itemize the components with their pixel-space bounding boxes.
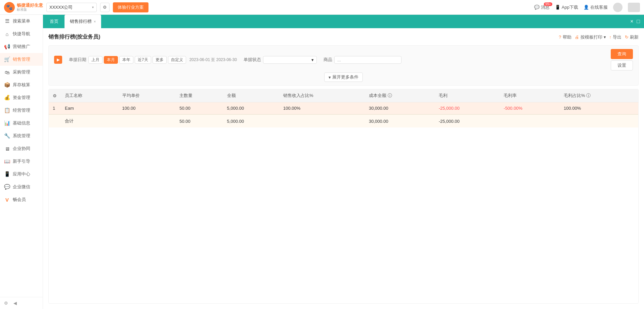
footer-qty: 50.00	[175, 114, 223, 127]
avatar[interactable]	[613, 3, 622, 12]
date-btn-prev-month[interactable]: 上月	[88, 56, 102, 64]
table-footer-row: 合计 50.00 5,000.00 30,000.00 -25,000.00	[49, 114, 638, 127]
trial-button[interactable]: 体验行业方案	[113, 2, 148, 12]
row-rank: 1	[49, 102, 61, 115]
sidebar-item-inventory[interactable]: 📦 库存核算	[0, 79, 43, 91]
sidebar-item-enterprise-wechat[interactable]: 💬 企业微信	[0, 181, 43, 193]
row-cost: 30,000.00	[365, 102, 435, 115]
export-label: 导出	[613, 34, 621, 40]
date-btn-current-year[interactable]: 本年	[119, 56, 133, 64]
expand-more-button[interactable]: ▾ 展开更多条件	[324, 72, 363, 82]
sidebar-item-sales[interactable]: 🛒 销售管理	[0, 53, 43, 66]
user-name-area[interactable]	[628, 3, 640, 12]
tab-sales-rank[interactable]: 销售排行榜 ×	[65, 15, 101, 28]
th-total: 全额	[223, 89, 279, 102]
th-gross-pct: 毛利占比% ⓘ	[560, 89, 638, 102]
sidebar-bottom: ⚙ ◀	[0, 297, 43, 309]
page-header: 销售排行榜(按业务员) ? 帮助 🖨 按模板打印 ▾ ↑	[48, 34, 639, 41]
export-button[interactable]: ↑ 导出	[609, 34, 622, 40]
chevron-down-icon: ▾	[92, 5, 94, 9]
goods-select[interactable]: ...	[334, 56, 401, 64]
row-total: 5,000.00	[223, 102, 279, 115]
footer-gross-pct	[560, 114, 638, 127]
sidebar-label-enterprise-wechat: 企业微信	[13, 184, 30, 190]
sidebar-label-app-center: 应用中心	[13, 171, 30, 177]
refresh-label: 刷新	[630, 34, 639, 40]
tab-home[interactable]: 首页	[44, 15, 64, 28]
system-icon: 🔧	[4, 133, 10, 139]
company-selector[interactable]: XXXXX公司 ▾	[46, 3, 97, 12]
date-btn-current-month[interactable]: 本月	[104, 56, 118, 64]
logo-area: 🐾 畅捷通好生意 标准版	[4, 2, 43, 13]
th-gross: 毛利	[435, 89, 500, 102]
sidebar-item-member[interactable]: V 畅会员	[0, 193, 43, 206]
sidebar-item-quick-nav[interactable]: ⌂ 快捷导航	[0, 28, 43, 40]
sidebar-label-finance: 资金管理	[13, 95, 30, 101]
sidebar-item-basic-info[interactable]: 📊 基础信息	[0, 117, 43, 130]
window-max-icon[interactable]: □	[637, 18, 640, 24]
finance-icon: 💰	[4, 95, 10, 101]
page-title: 销售排行榜(按业务员)	[48, 34, 100, 41]
sidebar-item-purchase[interactable]: 🛍 采购管理	[0, 66, 43, 79]
sidebar-label-member: 畅会员	[13, 197, 26, 203]
sidebar-settings-icon[interactable]: ⚙	[4, 301, 8, 306]
sidebar-item-app-center[interactable]: 📱 应用中心	[0, 168, 43, 181]
table-row: 1 Eam 100.00 50.00 5,000.00 100.00% 30,0…	[49, 102, 638, 115]
date-range-display: 2023-06-01 至 2023-06-30	[189, 57, 237, 63]
tab-bar-right: × □	[630, 18, 644, 24]
th-rank-icon: ⚙	[49, 89, 61, 102]
sidebar-item-beginner[interactable]: 📖 新手引导	[0, 155, 43, 168]
footer-icon-cell	[49, 114, 61, 127]
sidebar-item-enterprise-collab[interactable]: 🖥 企业协同	[0, 142, 43, 155]
enterprise-collab-icon: 🖥	[4, 146, 10, 152]
status-filter: 单据状态 ▾	[244, 56, 317, 64]
help-button[interactable]: ? 帮助	[559, 34, 571, 40]
logo-text: 畅捷通好生意 标准版	[17, 3, 43, 12]
settings-button[interactable]: 设置	[611, 60, 633, 70]
print-label: 按模板打印	[581, 34, 602, 40]
row-avg-price: 100.00	[118, 102, 176, 115]
status-label: 单据状态	[244, 57, 261, 63]
window-close-icon[interactable]: ×	[630, 18, 633, 24]
footer-avg-price	[118, 114, 176, 127]
goods-filter: 商品 ...	[324, 56, 401, 64]
message-button[interactable]: 💬 消息 99+	[534, 4, 550, 10]
footer-sales-pct	[279, 114, 365, 127]
sales-rank-tab-label: 销售排行榜	[70, 18, 92, 24]
top-bar: 🐾 畅捷通好生意 标准版 XXXXX公司 ▾ ⚙ 体验行业方案 💬 消息 99+…	[0, 0, 644, 15]
sidebar-item-search-order[interactable]: ☰ 搜索菜单	[0, 15, 43, 28]
status-select-arrow: ▾	[311, 57, 314, 62]
message-badge: 99+	[544, 2, 552, 6]
table-wrapper: ⚙ 员工名称 平均单价 主数量 全额 销售收入占比% 成本全额 ⓘ 毛利 毛利率…	[48, 89, 639, 304]
service-icon: 👤	[584, 5, 589, 10]
marketing-icon: 📢	[4, 44, 10, 50]
content-area: 首页 销售排行榜 × × □ 销售排行榜(按业务员)	[43, 15, 644, 309]
th-qty: 主数量	[175, 89, 223, 102]
sidebar-label-enterprise-collab: 企业协同	[13, 146, 30, 152]
sidebar-item-operation[interactable]: 📋 经营管理	[0, 104, 43, 117]
date-btn-more[interactable]: 更多	[153, 56, 167, 64]
status-select[interactable]: ▾	[263, 56, 317, 64]
tab-close-icon[interactable]: ×	[94, 19, 96, 23]
filter-toggle-button[interactable]: ▶	[54, 56, 62, 64]
row-employee-name: Eam	[61, 102, 118, 115]
page-content: 销售排行榜(按业务员) ? 帮助 🖨 按模板打印 ▾ ↑	[43, 28, 644, 309]
date-btn-custom[interactable]: 自定义	[168, 56, 186, 64]
footer-gross-rate	[500, 114, 560, 127]
online-service-button[interactable]: 👤 在线客服	[584, 4, 608, 10]
app-download-button[interactable]: 📱 App下载	[555, 4, 578, 10]
sidebar-item-system[interactable]: 🔧 系统管理	[0, 130, 43, 142]
topbar-gear-button[interactable]: ⚙	[100, 3, 110, 12]
query-button[interactable]: 查询	[611, 49, 633, 59]
row-sales-pct: 100.00%	[279, 102, 365, 115]
sidebar-collapse-icon[interactable]: ◀	[13, 301, 17, 306]
refresh-icon: ↻	[625, 35, 629, 40]
sidebar-item-finance[interactable]: 💰 资金管理	[0, 91, 43, 104]
home-tab-label: 首页	[50, 18, 58, 24]
sidebar-item-marketing[interactable]: 📢 营销推广	[0, 40, 43, 53]
refresh-button[interactable]: ↻ 刷新	[625, 34, 639, 40]
print-button[interactable]: 🖨 按模板打印 ▾	[575, 34, 606, 40]
th-gross-rate: 毛利率	[500, 89, 560, 102]
date-btn-7days[interactable]: 近7天	[135, 56, 151, 64]
th-cost: 成本全额 ⓘ	[365, 89, 435, 102]
